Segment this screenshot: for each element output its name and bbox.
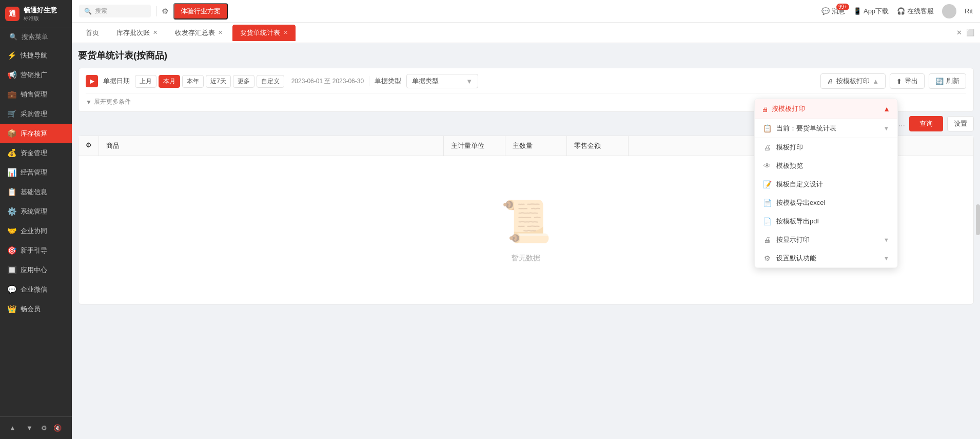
item-label-template-design: 模板自定义设计 — [776, 180, 823, 189]
date-btn-上月[interactable]: 上月 — [135, 75, 156, 88]
dropdown-item-template-preview[interactable]: 👁 模板预览 — [755, 157, 897, 175]
date-btn-自定义[interactable]: 自定义 — [257, 75, 284, 88]
current-arrow-icon: ▼ — [884, 125, 889, 131]
th-goods: 商品 — [99, 136, 444, 156]
settings-icon[interactable]: ⚙ — [41, 424, 47, 432]
item-label-template-excel: 按模板导出excel — [776, 198, 825, 207]
search-menu[interactable]: 🔍 搜索菜单 — [0, 28, 72, 46]
topbar-search[interactable]: 🔍 搜索 — [79, 5, 151, 17]
online-service-btn[interactable]: 🎧 在线客服 — [897, 7, 934, 16]
dropdown-close-btn[interactable]: ▲ — [883, 105, 890, 113]
sidebar-item-quick-nav[interactable]: ⚡快捷导航 — [0, 46, 72, 65]
scroll-up-btn[interactable]: ▲ — [7, 422, 18, 434]
dropdown-item-template-excel[interactable]: 📄 按模板导出excel — [755, 194, 897, 212]
refresh-btn[interactable]: 🔄 刷新 — [929, 73, 966, 89]
nav-label-wechat: 企业微信 — [21, 285, 47, 294]
search-icon: 🔍 — [9, 33, 17, 41]
tab-label-batch-account: 库存批次账 — [116, 28, 150, 37]
dropdown-item-template-pdf[interactable]: 📄 按模板导出pdf — [755, 212, 897, 231]
expand-label: 展开更多条件 — [94, 98, 131, 106]
refresh-label: 刷新 — [946, 77, 959, 86]
export-icon: ⬆ — [896, 78, 902, 85]
messages-btn[interactable]: 💬 消息 99+ — [821, 7, 845, 16]
th-unit: 主计量单位 — [444, 136, 505, 156]
dropdown-item-template-print[interactable]: 🖨 模板打印 — [755, 138, 897, 157]
tab-close-batch-account[interactable]: ✕ — [153, 29, 158, 36]
sidebar-item-basic-info[interactable]: 📋基础信息 — [0, 182, 72, 202]
page-title: 要货单统计表(按商品) — [78, 49, 974, 62]
page-header: 要货单统计表(按商品) — [78, 49, 974, 62]
sidebar-item-system[interactable]: ⚙️系统管理 — [0, 202, 72, 221]
order-type-select[interactable]: 单据类型 ▼ — [406, 74, 478, 88]
nav-label-quick-nav: 快捷导航 — [21, 51, 47, 60]
tab-label-receipt-summary: 收发存汇总表 — [175, 28, 215, 37]
more-options-icon[interactable]: ... — [898, 119, 905, 128]
tab-home[interactable]: 首页 — [78, 25, 107, 41]
filter-row-1: ▶ 单据日期 上月本月本年近7天更多自定义 2023-06-01 至 2023-… — [86, 73, 966, 89]
service-icon: 🎧 — [897, 7, 905, 15]
tab-close-order-stats[interactable]: ✕ — [283, 29, 288, 36]
sidebar-item-guide[interactable]: 🎯新手引导 — [0, 241, 72, 260]
print-dropdown: 🖨 按模板打印 ▲ 📋 当前：要货单统计表 ▼ 🖨 模板打印 👁 模板 — [754, 99, 898, 268]
sidebar-item-wechat[interactable]: 💬企业微信 — [0, 280, 72, 299]
tab-batch-account[interactable]: 库存批次账✕ — [109, 25, 165, 41]
tab-order-stats[interactable]: 要货单统计表✕ — [232, 25, 296, 41]
nav-label-apps: 应用中心 — [21, 265, 47, 275]
date-btn-近7天[interactable]: 近7天 — [206, 75, 231, 88]
dropdown-title: 按模板打印 — [772, 104, 805, 113]
tab-receipt-summary[interactable]: 收发存汇总表✕ — [167, 25, 230, 41]
dropdown-item-template-design[interactable]: 📝 模板自定义设计 — [755, 175, 897, 194]
empty-icon: 📜 — [500, 197, 552, 245]
mute-icon[interactable]: 🔇 — [53, 424, 62, 432]
print-icon: 🖨 — [827, 78, 834, 85]
sidebar-item-operations[interactable]: 📊经营管理 — [0, 163, 72, 182]
sidebar-item-purchase[interactable]: 🛒采购管理 — [0, 104, 72, 124]
item-left-default-fn: ⚙ 设置默认功能 — [763, 254, 816, 263]
topbar-search-text: 搜索 — [95, 7, 107, 15]
nav-label-finance: 资金管理 — [21, 148, 47, 158]
toolbar-right-actions: 🖨 按模板打印 ▲ ⬆ 导出 🔄 刷新 — [820, 73, 966, 89]
avatar[interactable] — [942, 4, 956, 18]
app-download-label: App下载 — [864, 7, 889, 16]
nav-icon-operations: 📊 — [7, 168, 16, 177]
item-icon-template-design: 📝 — [763, 180, 771, 188]
industry-btn[interactable]: 体验行业方案 — [173, 3, 228, 20]
date-btn-本月[interactable]: 本月 — [159, 75, 180, 88]
sidebar-item-apps[interactable]: 🔲应用中心 — [0, 260, 72, 280]
nav-label-system: 系统管理 — [21, 207, 47, 216]
expand-arrow-icon: ▼ — [86, 99, 92, 106]
item-icon-display-print: 🖨 — [763, 236, 771, 244]
tab-close-receipt-summary[interactable]: ✕ — [218, 29, 223, 36]
th-retail: 零售金额 — [567, 136, 629, 156]
app-download-btn[interactable]: 📱 App下载 — [853, 7, 889, 16]
date-btn-更多[interactable]: 更多 — [233, 75, 254, 88]
sidebar-item-inventory[interactable]: 📦库存核算 — [0, 124, 72, 143]
sidebar-item-sales[interactable]: 💼销售管理 — [0, 85, 72, 104]
close-window-btn[interactable]: ✕ — [955, 29, 963, 36]
download-icon: 📱 — [853, 7, 861, 15]
sidebar-item-enterprise[interactable]: 🤝企业协同 — [0, 221, 72, 241]
th-gear: ⚙ — [79, 136, 99, 156]
dropdown-item-display-print[interactable]: 🖨 按显示打印 ▼ — [755, 231, 897, 249]
scroll-down-btn[interactable]: ▼ — [24, 422, 35, 434]
filter-expand-icon[interactable]: ▶ — [86, 75, 98, 87]
item-arrow-default-fn: ▼ — [884, 255, 889, 261]
topbar-gear-icon[interactable]: ⚙ — [162, 7, 168, 16]
print-btn[interactable]: 🖨 按模板打印 ▲ — [820, 73, 886, 89]
sidebar-item-member[interactable]: 👑畅会员 — [0, 299, 72, 319]
sidebar-item-marketing[interactable]: 📢营销推广 — [0, 65, 72, 85]
date-buttons: 上月本月本年近7天更多自定义 — [135, 75, 284, 88]
scrollbar[interactable] — [976, 204, 980, 235]
dropdown-item-default-fn[interactable]: ⚙ 设置默认功能 ▼ — [755, 249, 897, 268]
maximize-window-btn[interactable]: ⬜ — [967, 29, 974, 36]
sidebar-item-finance[interactable]: 💰资金管理 — [0, 143, 72, 163]
nav-icon-quick-nav: ⚡ — [7, 51, 16, 60]
nav-label-sales: 销售管理 — [21, 90, 47, 99]
nav-icon-member: 👑 — [7, 304, 16, 314]
settings-btn[interactable]: 设置 — [947, 116, 974, 131]
dropdown-current-item[interactable]: 📋 当前：要货单统计表 ▼ — [755, 119, 897, 138]
export-btn[interactable]: ⬆ 导出 — [890, 73, 925, 89]
date-btn-本年[interactable]: 本年 — [182, 75, 204, 88]
date-filter-label: 单据日期 — [103, 77, 130, 86]
query-btn[interactable]: 查询 — [909, 116, 943, 131]
